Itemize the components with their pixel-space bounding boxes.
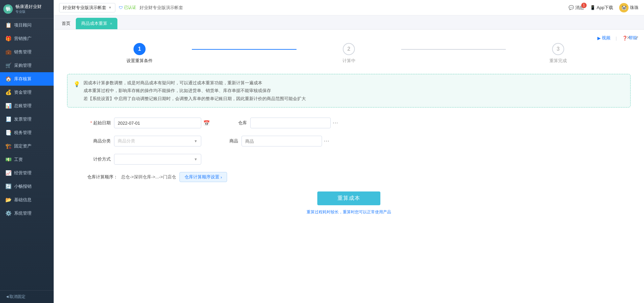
pricing-arrow-icon: ▼ [194,157,198,161]
sidebar-label-tax: 税务管理 [14,130,32,136]
pricing-label: 计价方式 [87,156,114,162]
step-3-circle: 3 [552,43,564,55]
warehouse-order-row: 仓库计算顺序： 总仓->深圳仓库->...->门店仓 仓库计算顺序设置 › [87,172,610,182]
sidebar-label-project: 项目顾问 [14,22,32,28]
company-selector-arrow: ▼ [108,6,112,9]
chevron-right-icon: › [221,175,222,180]
info-line-3: 若【系统设置】中启用了自动调整记账日期时，会调整入库单的整单记账日期，因此重新计… [84,95,306,102]
company-selector[interactable]: 好业财专业版演示帐套 ▼ [59,3,115,12]
sidebar-icon-sales: 💼 [5,49,11,55]
form-row-3: 计价方式 ▼ [87,154,610,165]
sidebar-icon-inventory: 🏠 [5,76,11,82]
content-area: × ⤢ ▶ 视频 | ❓ 帮助 1 设置重算条件 2 计算中 [54,30,644,303]
warehouse-order-prefix-label: 仓库计算顺序： [87,174,118,180]
sidebar-item-tax[interactable]: 📑 税务管理 [0,126,54,139]
pricing-select[interactable]: ▼ [114,154,201,165]
info-text: 因成本计算参数调整，或是对商品成本有疑问时，可以通过成本重算功能，重新计算一遍成… [84,79,306,102]
step-2-label: 计算中 [342,58,356,64]
calendar-icon[interactable]: 📅 [203,120,210,126]
sidebar-item-marketing[interactable]: 🎁 营销推广 [0,32,54,45]
topbar-right: 💬 消息 1 📱 App下载 🐼 珠珠 [569,3,639,12]
sidebar-logo: 畅 畅康通好业财 专业版 [0,0,54,18]
message-button[interactable]: 💬 消息 1 [569,5,584,11]
form-row-2: 商品分类 商品分类 ▼ 商品 ··· [87,136,610,146]
sidebar-item-system[interactable]: ⚙️ 系统管理 [0,207,54,220]
sidebar-item-project[interactable]: 📋 项目顾问 [0,18,54,32]
step-connector-2 [401,49,506,50]
info-line-2: 成本重算过程中，影响库存账的操作均不能操作，比如进货单、销货单、库存单据不能审核… [84,87,306,94]
step-2: 2 计算中 [297,43,401,64]
sidebar-icon-ledger: 📊 [5,103,11,109]
warehouse-input[interactable] [250,118,331,128]
sidebar-logo-text: 畅康通好业财 专业版 [15,4,42,14]
shield-icon: 🛡 [119,5,123,10]
company-name: 好业财专业版演示帐套 [140,5,183,11]
user-avatar-button[interactable]: 🐼 珠珠 [619,3,639,12]
sidebar-item-baseinfo[interactable]: 📂 基础信息 [0,193,54,207]
warehouse-more-icon[interactable]: ··· [333,120,338,126]
start-date-input[interactable] [114,118,201,128]
tab-cost-recalc[interactable]: 商品成本重算 × [76,18,117,29]
sidebar-item-sales[interactable]: 💼 销售管理 [0,45,54,59]
start-date-field[interactable] [118,121,198,126]
sidebar-label-purchase: 采购管理 [14,62,32,69]
sidebar-item-operations[interactable]: 📈 经营管理 [0,166,54,180]
sidebar-icon-project: 📋 [5,22,11,28]
app-download-button[interactable]: 📱 App下载 [590,5,613,11]
play-icon: ▶ [597,36,601,41]
sidebar: 畅 畅康通好业财 专业版 📋 项目顾问 🎁 营销推广 💼 销售管理 🛒 采购管理… [0,0,54,303]
sidebar-icon-tax: 📑 [5,130,11,136]
warehouse-order-btn-label: 仓库计算顺序设置 [184,174,219,180]
main-area: 好业财专业版演示帐套 ▼ 🛡 已认证 好业财专业版演示帐套 💬 消息 1 📱 A… [54,0,644,303]
category-select[interactable]: 商品分类 ▼ [114,136,201,146]
sidebar-label-finance: 资金管理 [14,89,32,95]
sidebar-icon-purchase: 🛒 [5,62,11,69]
sidebar-label-assets: 固定资产 [14,143,32,149]
verified-badge: 🛡 已认证 [119,5,136,10]
step-3-label: 重算完成 [549,58,567,64]
info-box: 💡 因成本计算参数调整，或是对商品成本有疑问时，可以通过成本重算功能，重新计算一… [67,74,631,107]
sidebar-label-sales: 销售管理 [14,49,32,55]
warehouse-order-settings-button[interactable]: 仓库计算顺序设置 › [179,172,227,182]
product-input[interactable] [241,136,322,146]
tabbar: 首页 商品成本重算 × [54,15,644,30]
sidebar-icon-salary: 💵 [5,157,11,163]
sidebar-nav: 📋 项目顾问 🎁 营销推广 💼 销售管理 🛒 采购管理 🏠 库存核算 💰 资金管… [0,18,54,290]
step-2-circle: 2 [343,43,355,55]
product-label: 商品 [221,138,241,144]
sidebar-label-baseinfo: 基础信息 [14,197,32,203]
product-field[interactable] [245,139,318,144]
sidebar-icon-invoice: 🧾 [5,116,11,122]
topbar: 好业财专业版演示帐套 ▼ 🛡 已认证 好业财专业版演示帐套 💬 消息 1 📱 A… [54,0,644,15]
sidebar-item-salary[interactable]: 💵 工资 [0,153,54,166]
form-row-1: 起始日期 📅 仓库 ··· [87,118,610,128]
expand-window-button[interactable]: ⤢ [634,35,639,41]
sidebar-icon-assets: 🏗️ [5,143,11,149]
sidebar-item-finance[interactable]: 💰 资金管理 [0,86,54,99]
sidebar-label-inventory: 库存核算 [14,76,32,82]
app-logo-icon: 畅 [3,4,13,14]
sidebar-item-invoice[interactable]: 🧾 发票管理 [0,113,54,126]
step-1-label: 设置重算条件 [126,58,153,64]
sidebar-label-marketing: 营销推广 [14,36,32,42]
phone-icon: 📱 [590,5,595,10]
product-more-icon[interactable]: ··· [324,138,329,144]
video-button[interactable]: ▶ 视频 [597,35,610,41]
form-section: 起始日期 📅 仓库 ··· 商品分类 商品分类 ▼ [67,118,631,215]
sidebar-item-inventory[interactable]: 🏠 库存核算 [0,72,54,86]
unpin-button[interactable]: ◄取消固定 [0,290,54,303]
warehouse-field[interactable] [254,121,327,126]
info-line-1: 因成本计算参数调整，或是对商品成本有疑问时，可以通过成本重算功能，重新计算一遍成… [84,79,306,87]
sidebar-icon-baseinfo: 📂 [5,197,11,203]
recalculate-button[interactable]: 重算成本 [317,191,380,205]
warehouse-order-value: 总仓->深圳仓库->...->门店仓 [121,174,176,180]
close-window-button[interactable]: × [627,34,630,41]
sidebar-label-salary: 工资 [14,157,23,163]
tab-close-icon[interactable]: × [110,21,112,26]
sidebar-item-assets[interactable]: 🏗️ 固定资产 [0,139,54,153]
sidebar-item-ledger[interactable]: 📊 总账管理 [0,99,54,113]
sidebar-item-expense[interactable]: 🔄 小畅报销 [0,180,54,193]
sidebar-item-purchase[interactable]: 🛒 采购管理 [0,59,54,72]
step-1-circle: 1 [133,43,146,55]
tab-home[interactable]: 首页 [56,18,76,29]
